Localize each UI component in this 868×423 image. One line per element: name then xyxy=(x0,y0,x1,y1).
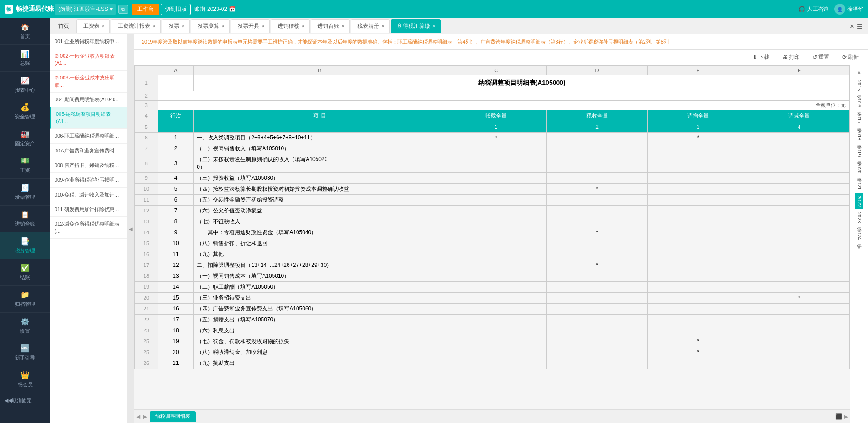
tab-wage-stat[interactable]: 工资统计报表 ✕ xyxy=(111,19,161,33)
tab-tax-table[interactable]: 税表清册 ✕ xyxy=(351,19,390,33)
tab-sales-ledger-close[interactable]: ✕ xyxy=(341,24,345,29)
sidebar-item-tax[interactable]: 📑 税务管理 xyxy=(0,232,50,259)
sheet-scroll-left[interactable]: ◀ xyxy=(136,413,140,420)
left-nav-item-1[interactable]: 001-企业所得税年度纳税申... xyxy=(50,34,127,49)
table-row[interactable]: 21 16 （四）广告费和业务宣传费支出（填写A105060） xyxy=(135,303,850,314)
tab-wage[interactable]: 工资表 ✕ xyxy=(76,19,110,33)
tab-invoice-calc-close[interactable]: ✕ xyxy=(221,24,225,29)
sidebar-item-invoice[interactable]: 🧾 发票管理 xyxy=(0,179,50,206)
tab-sales-ledger[interactable]: 进销台账 ✕ xyxy=(311,19,350,33)
tab-invoice-close[interactable]: ✕ xyxy=(181,24,185,29)
tab-invoice-open[interactable]: 发票开具 ✕ xyxy=(231,19,270,33)
print-btn[interactable]: 🖨 打印 xyxy=(778,52,804,63)
tab-menu-btn[interactable]: ☰ xyxy=(857,23,863,30)
year-2017[interactable]: 2017年 xyxy=(855,110,863,126)
tab-invoice[interactable]: 发票 ✕ xyxy=(162,19,190,33)
sidebar-item-guide[interactable]: 🆕 新手引导 xyxy=(0,339,50,366)
year-2024[interactable]: 2024年 xyxy=(855,226,863,242)
table-row[interactable]: 26 21 （九）赞助支出 xyxy=(135,358,850,369)
sidebar-item-report[interactable]: 📈 报表中心 xyxy=(0,72,50,98)
tab-invoice-calc[interactable]: 发票测算 ✕ xyxy=(191,19,230,33)
sidebar-label-ledger: 总账 xyxy=(20,60,30,67)
sidebar-item-archive[interactable]: 📁 归档管理 xyxy=(0,286,50,313)
sidebar-item-member[interactable]: 👑 畅会员 xyxy=(0,366,50,393)
year-2022[interactable]: 2022年 xyxy=(855,193,863,209)
tab-wage-close[interactable]: ✕ xyxy=(101,24,105,29)
tab-invoice-open-close[interactable]: ✕ xyxy=(261,24,265,29)
table-row[interactable]: 19 14 （二）职工薪酬（填写A105050） xyxy=(135,281,850,292)
table-row[interactable]: 23 18 （六）利息支出 xyxy=(135,325,850,336)
reset-btn[interactable]: ↺ 重置 xyxy=(808,52,834,63)
left-nav-item-7[interactable]: 007-广告费和业务宣传费时... xyxy=(50,144,127,158)
sidebar-collapse-btn[interactable]: ◀◀ 取消固定 xyxy=(0,393,50,408)
switch-version-btn[interactable]: 切到旧版 xyxy=(161,4,191,15)
tab-sales-check[interactable]: 进销稽核 ✕ xyxy=(271,19,310,33)
year-2020[interactable]: 2020年 xyxy=(855,160,863,176)
user-menu[interactable]: 👤 徐泽华 xyxy=(834,4,863,15)
left-nav-collapse-btn[interactable]: ◀ xyxy=(127,34,134,423)
year-2016[interactable]: 2016年 xyxy=(855,93,863,110)
left-nav-item-12[interactable]: 012-减免企所得税优惠明细表(... xyxy=(50,217,127,239)
sidebar-item-fixed[interactable]: 🏭 固定资产 xyxy=(0,125,50,152)
tab-income-tax-close[interactable]: ✕ xyxy=(432,24,436,29)
workbench-btn[interactable]: 工作台 xyxy=(132,4,159,15)
table-row[interactable]: 16 11 （九）其他 xyxy=(135,249,850,260)
table-row[interactable]: 8 3 （二）未按权责发生制原则确认的收入（填写A1050200） xyxy=(135,154,850,172)
table-row[interactable]: 10 5 （四）按权益法核算长期股权投资对初始投资成本调整确认收益 * xyxy=(135,183,850,194)
left-nav-item-10[interactable]: 010-免税、减计收入及加计... xyxy=(50,188,127,202)
left-nav-item-11[interactable]: 011-研发费用加计扣除优惠... xyxy=(50,202,127,217)
sidebar-item-close[interactable]: ✅ 结账 xyxy=(0,259,50,286)
year-2015[interactable]: 2015年 xyxy=(855,77,863,93)
table-row[interactable]: 14 9 其中：专项用途财政性资金（填写A105040） * xyxy=(135,227,850,238)
table-row[interactable]: 25 20 （八）税收滞纳金、加收利息 * xyxy=(135,347,850,358)
sidebar-item-settings[interactable]: ⚙️ 设置 xyxy=(0,313,50,339)
sheet-scroll-right[interactable]: ▶ xyxy=(143,413,147,420)
hscroll-right[interactable]: ▶ xyxy=(844,413,848,420)
table-row[interactable]: 6 1 一、收入类调整项目（2+3+4+5+6+7+8+10+11） * * xyxy=(135,132,850,143)
table-row[interactable]: 18 13 （一）视同销售成本（填写A105010） xyxy=(135,271,850,281)
left-nav-item-9[interactable]: 009-企业所得税弥补亏损明... xyxy=(50,173,127,187)
tab-home[interactable]: 首页 xyxy=(52,20,75,33)
table-row[interactable]: 17 12 二、扣除类调整项目（13+14+...24+26+27+28+29+… xyxy=(135,260,850,271)
tab-close-all-btn[interactable]: ✕ xyxy=(849,23,855,30)
left-nav-item-2[interactable]: ⊘ 002-一般企业收入明细表(A1... xyxy=(50,49,127,71)
sheet-content[interactable]: A B C D E F xyxy=(134,65,850,410)
year-scroll-up-btn[interactable]: ▲ xyxy=(851,67,868,77)
table-row[interactable]: 11 6 （五）交易性金融资产初始投资调整 xyxy=(135,194,850,205)
table-row[interactable]: 20 15 （三）业务招待费支出 * xyxy=(135,292,850,303)
refresh-btn[interactable]: ⟳ 刷新 xyxy=(838,52,863,63)
tab-tax-table-close[interactable]: ✕ xyxy=(381,24,385,29)
left-nav-item-6[interactable]: 006-职工薪酬纳税调整明细... xyxy=(50,129,127,143)
calendar-icon[interactable]: 📅 xyxy=(229,6,236,12)
sidebar-item-asset[interactable]: 💰 资金管理 xyxy=(0,98,50,125)
sidebar-item-purchase[interactable]: 📋 进销台账 xyxy=(0,206,50,232)
sheet-tab-active[interactable]: 纳税调整明细表 xyxy=(150,411,196,422)
tab-sales-check-close[interactable]: ✕ xyxy=(301,24,305,29)
sidebar-item-ledger[interactable]: 📊 总账 xyxy=(0,45,50,72)
year-2019[interactable]: 2019年 xyxy=(855,143,863,159)
table-row[interactable]: 25 19 （七）罚金、罚款和被没收财物的损失 * xyxy=(135,336,850,347)
tab-wage-stat-close[interactable]: ✕ xyxy=(152,24,156,29)
table-row[interactable]: 13 8 （七）不征税收入 xyxy=(135,216,850,227)
table-row[interactable]: 7 2 （一）视同销售收入（填写A105010） xyxy=(135,143,850,154)
download-btn[interactable]: ⬇ 下载 xyxy=(748,52,774,63)
hscroll-left[interactable]: ⬛ xyxy=(835,413,842,420)
table-row[interactable]: 15 10 （八）销售折扣、折让和退回 xyxy=(135,238,850,249)
consult-btn[interactable]: 🎧 人工咨询 xyxy=(799,5,829,13)
table-row[interactable]: 22 17 （五）捐赠支出（填写A105070） xyxy=(135,314,850,325)
year-2023[interactable]: 2023年 xyxy=(855,209,863,226)
left-nav-item-4[interactable]: 004-期间费用明细表(A1040... xyxy=(50,93,127,107)
copy-company-btn[interactable]: ⧉ xyxy=(118,5,128,14)
left-nav-item-5[interactable]: 005-纳税调整项目明细表(A1... xyxy=(50,107,127,129)
company-selector[interactable]: (勿删) 江西股宝-LSS ▾ xyxy=(55,4,116,15)
tab-income-tax[interactable]: 所得税汇算缴 ✕ xyxy=(391,19,441,33)
left-nav-item-8[interactable]: 008-资产折旧、摊销及纳税... xyxy=(50,158,127,173)
year-scroll-down-btn[interactable]: ▼ xyxy=(851,242,868,252)
year-2021[interactable]: 2021年 xyxy=(855,176,863,192)
year-2018[interactable]: 2018年 xyxy=(855,127,863,143)
table-row[interactable]: 9 4 （三）投资收益（填写A105030） xyxy=(135,172,850,183)
sidebar-item-wage[interactable]: 💵 工资 xyxy=(0,152,50,179)
table-row[interactable]: 12 7 （六）公允价值变动净损益 xyxy=(135,205,850,216)
sidebar-item-home[interactable]: 🏠 首页 xyxy=(0,18,50,45)
left-nav-item-3[interactable]: ⊘ 003-一般企业成本支出明细... xyxy=(50,71,127,93)
